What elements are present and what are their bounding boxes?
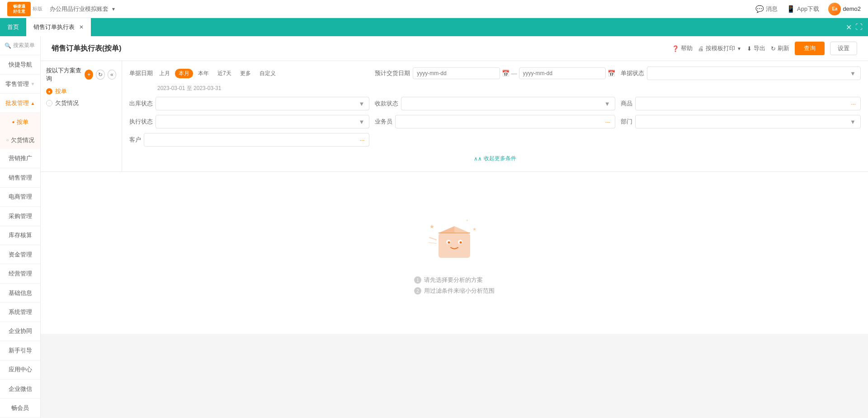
topbar-dropdown-icon[interactable]: ▾ xyxy=(112,6,115,12)
subtitle: 标版 xyxy=(33,5,42,12)
date-tab-last7days[interactable]: 近7天 xyxy=(214,69,235,78)
tip-num-2: 2 xyxy=(414,287,421,294)
collapse-label: 收起更多条件 xyxy=(484,155,516,162)
expected-date-start[interactable] xyxy=(413,67,500,79)
sidebar-item-basic[interactable]: 基础信息 xyxy=(0,284,40,303)
sidebar-item-marketing[interactable]: 营销推广 xyxy=(0,149,40,168)
goods-field: 商品 ··· xyxy=(621,97,861,110)
sidebar-item-newbie[interactable]: 新手引导 xyxy=(0,341,40,360)
add-scheme-btn[interactable]: + xyxy=(85,70,93,80)
date-tab-more[interactable]: 更多 xyxy=(236,69,255,78)
expected-date-range: 📅 — 📅 xyxy=(413,67,615,79)
sidebar-item-system[interactable]: 系统管理 xyxy=(0,303,40,322)
exec-status-label: 执行状态 xyxy=(129,118,153,126)
dept-label: 部门 xyxy=(621,118,632,126)
salesman-select[interactable]: ··· xyxy=(395,115,615,128)
customer-select[interactable]: ··· xyxy=(144,133,369,147)
search-icon: 🔍 xyxy=(5,43,11,49)
sidebar-item-operations-label: 经营管理 xyxy=(9,270,32,278)
sidebar-quick-nav[interactable]: 快捷导航 xyxy=(0,55,40,74)
svg-point-7 xyxy=(460,242,462,244)
empty-illustration: ★ ★ ✦ xyxy=(425,208,484,267)
collapse-bar: ∧∧ 收起更多条件 xyxy=(129,151,861,166)
dept-select[interactable]: ▼ xyxy=(635,115,861,128)
exec-status-select[interactable]: ▼ xyxy=(156,115,369,128)
sidebar-item-finance[interactable]: 资金管理 xyxy=(0,245,40,264)
sidebar-item-purchase-label: 采购管理 xyxy=(9,212,32,220)
sidebar-sub-item-order[interactable]: ● 按单 xyxy=(0,113,40,131)
export-btn[interactable]: ⬇ 导出 xyxy=(747,44,765,52)
arrears-scheme-item[interactable]: ○ 欠货情况 xyxy=(46,99,116,107)
collapse-btn[interactable]: ∧∧ 收起更多条件 xyxy=(474,155,516,162)
app-download-btn[interactable]: 📱 App下载 xyxy=(787,5,819,13)
refresh-btn[interactable]: ↻ 刷新 xyxy=(771,44,789,52)
tab-sales-order[interactable]: 销售订单执行表 ✕ xyxy=(26,18,91,36)
filter-row-4-col2 xyxy=(375,133,615,147)
date-tab-prev-month[interactable]: 上月 xyxy=(156,69,174,78)
order-scheme-item[interactable]: ● 按单 xyxy=(46,87,116,95)
tab-home[interactable]: 首页 xyxy=(0,18,26,36)
salesman-more-icon[interactable]: ··· xyxy=(605,119,610,125)
svg-marker-1 xyxy=(439,226,454,233)
message-btn[interactable]: 💬 消息 xyxy=(755,5,778,13)
sidebar-item-operations[interactable]: 经营管理 xyxy=(0,264,40,283)
template-print-btn[interactable]: 🖨 按模板打印 ▼ xyxy=(698,44,741,52)
sidebar-item-inventory[interactable]: 库存核算 xyxy=(0,226,40,245)
outbound-select[interactable]: ▼ xyxy=(156,97,369,110)
filter-row-4: 客户 ··· xyxy=(129,133,861,147)
sidebar-item-wechat-label: 企业微信 xyxy=(9,385,32,393)
sidebar-item-marketing-label: 营销推广 xyxy=(9,154,32,162)
empty-svg: ★ ★ ✦ xyxy=(425,208,484,267)
date-range-text: 2023-03-01 至 2023-03-31 xyxy=(157,85,221,91)
filter-row-2: 出库状态 ▼ 收款状态 ▼ 商品 xyxy=(129,97,861,110)
tab-close-icon[interactable]: ✕ xyxy=(79,24,84,30)
sidebar-item-appstore[interactable]: 应用中心 xyxy=(0,361,40,380)
customer-more-icon[interactable]: ··· xyxy=(359,137,364,143)
goods-more-icon[interactable]: ··· xyxy=(851,100,856,107)
svg-point-6 xyxy=(448,242,450,244)
sidebar-item-sales-label: 销售管理 xyxy=(9,174,32,182)
expand-window-icon[interactable]: ⛶ xyxy=(855,23,863,31)
svg-text:★: ★ xyxy=(429,223,434,230)
expected-date-label: 预计交货日期 xyxy=(375,69,410,77)
help-btn[interactable]: ❓ 帮助 xyxy=(672,44,693,52)
app-download-label: App下载 xyxy=(797,5,819,13)
doc-status-select[interactable]: ▼ xyxy=(647,66,861,80)
chevron-down-icon: ▼ xyxy=(31,81,35,86)
sidebar-sub-item-arrears[interactable]: ○ 欠货情况 xyxy=(0,131,40,149)
sidebar-item-enterprise[interactable]: 企业协同 xyxy=(0,322,40,341)
date-calendar-start-icon[interactable]: 📅 xyxy=(502,70,509,77)
svg-marker-2 xyxy=(454,226,470,233)
export-label: 导出 xyxy=(754,44,765,52)
refresh-scheme-btn[interactable]: ↻ xyxy=(96,70,104,80)
tabbar: 首页 销售订单执行表 ✕ ✕ ⛶ xyxy=(0,18,868,36)
sidebar-item-wholesale[interactable]: 批发管理 ▲ xyxy=(0,94,40,113)
doc-status-field: 单据状态 ▼ xyxy=(621,66,861,80)
message-label: 消息 xyxy=(766,5,778,13)
collapse-scheme-btn[interactable]: « xyxy=(108,70,116,80)
date-calendar-end-icon[interactable]: 📅 xyxy=(608,70,615,77)
payment-select[interactable]: ▼ xyxy=(401,97,615,110)
expected-date-end[interactable] xyxy=(519,67,606,79)
date-tab-this-month[interactable]: 本月 xyxy=(175,69,193,78)
settings-btn[interactable]: 设置 xyxy=(830,42,857,55)
goods-select[interactable]: ··· xyxy=(635,97,861,110)
user-avatar-area[interactable]: Ea demo2 xyxy=(828,3,861,15)
sidebar-item-sales[interactable]: 销售管理 xyxy=(0,168,40,187)
date-tab-this-year[interactable]: 本年 xyxy=(194,69,212,78)
dept-caret: ▼ xyxy=(850,119,856,125)
query-btn[interactable]: 查询 xyxy=(795,42,825,55)
sidebar-item-wechat[interactable]: 企业微信 xyxy=(0,380,40,399)
collapse-up-icon: ∧∧ xyxy=(474,156,482,162)
filter-fields: 单据日期 上月 本月 本年 近7天 更多 自定义 预计交货日期 xyxy=(122,61,868,171)
sidebar-item-purchase[interactable]: 采购管理 xyxy=(0,207,40,226)
close-window-icon[interactable]: ✕ xyxy=(846,23,852,32)
filter-row-4-col3 xyxy=(621,133,861,147)
date-tab-custom[interactable]: 自定义 xyxy=(256,69,279,78)
template-print-label: 按模板打印 xyxy=(706,44,735,52)
exec-status-field: 执行状态 ▼ xyxy=(129,115,369,128)
sidebar-search[interactable]: 🔍 搜索菜单 xyxy=(0,36,40,55)
sidebar-item-retail[interactable]: 零售管理 ▼ xyxy=(0,75,40,94)
sidebar-item-ecommerce[interactable]: 电商管理 xyxy=(0,188,40,207)
sidebar-item-member[interactable]: 畅会员 xyxy=(0,399,40,418)
